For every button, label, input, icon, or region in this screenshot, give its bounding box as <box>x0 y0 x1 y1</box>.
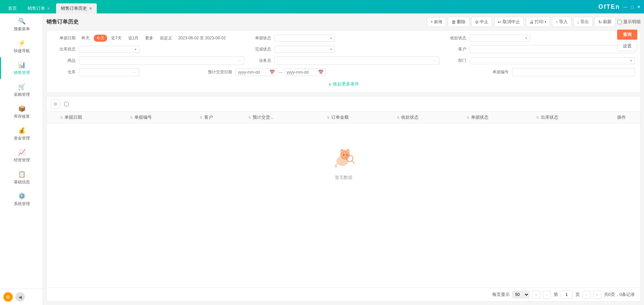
select-all-checkbox[interactable] <box>64 102 69 106</box>
complete-status-select[interactable]: ▾ <box>274 46 335 53</box>
pagination: 每页显示 50 10 20 100 « ‹ 第 页 › » 共0页，0条记录 <box>47 288 640 301</box>
dept-select[interactable]: ▾ <box>470 57 635 64</box>
next-page-btn[interactable]: › <box>583 291 591 299</box>
query-button[interactable]: 查询 <box>617 30 637 40</box>
receipt-status-select[interactable]: ▾ <box>470 35 530 42</box>
ops-mgmt-icon: 📈 <box>18 149 26 156</box>
page-label-end: 页 <box>575 292 580 298</box>
sort-receipt-icon: ⇅ <box>397 116 399 119</box>
data-table: ⇅ 单据日期 ⇅ 单据编号 ⇅ 客户 <box>47 112 640 123</box>
stop-button[interactable]: ⊘ 中止 <box>471 17 492 27</box>
complete-status-arrow-icon: ▾ <box>330 47 332 51</box>
page-header: 销售订单历史 + 新增 🗑 删除 ⊘ 中止 ↩ 取消中止 🖨 打印 <box>46 17 641 27</box>
tab-sales-order[interactable]: 销售订单 ✕ <box>23 3 55 13</box>
sidebar-item-purchase-mgmt[interactable]: 🛒 采购管理 <box>0 79 43 101</box>
goods-label: 商品 <box>52 58 76 64</box>
tab-home[interactable]: 首页 <box>3 3 22 13</box>
window-maximize[interactable]: □ <box>631 4 634 9</box>
window-minimize[interactable]: — <box>623 4 628 9</box>
import-button[interactable]: ↑ 导入 <box>552 17 571 27</box>
table-container: ⚙ ⇅ 单据日期 ⇅ 单 <box>46 96 641 302</box>
main-layout: 🔍 搜索菜单 ⚡ 快捷导航 📊 销售管理 🛒 采购管理 📦 库存核算 💰 资金管… <box>0 13 644 305</box>
sidebar-item-sales-mgmt[interactable]: 📊 销售管理 <box>0 57 43 79</box>
sidebar-item-finance-mgmt[interactable]: 💰 资金管理 <box>0 123 43 145</box>
col-delivery[interactable]: ⇅ 预计交货... <box>245 112 324 123</box>
col-order-status[interactable]: ⇅ 单据状态 <box>463 112 533 123</box>
cancel-stop-icon: ↩ <box>498 20 502 25</box>
sort-delivery-icon: ⇅ <box>248 116 251 119</box>
sidebar-item-sys-mgmt[interactable]: ⚙️ 系统管理 <box>0 188 43 210</box>
date-pill-yesterday[interactable]: 昨天 <box>79 35 92 42</box>
cancel-stop-button[interactable]: ↩ 取消中止 <box>494 17 524 27</box>
date-pill-today[interactable]: 今天 <box>94 35 107 42</box>
page-input[interactable] <box>561 291 573 299</box>
query-settings-button[interactable]: 设置 <box>617 41 637 51</box>
order-status-value: ▾ <box>274 35 440 42</box>
sidebar-item-base-info[interactable]: 📋 基础信息 <box>0 166 43 188</box>
out-status-label: 出库状态 <box>52 46 76 52</box>
search-menu-icon: 🔍 <box>18 17 26 25</box>
table-settings-btn[interactable]: ⚙ <box>51 99 60 109</box>
tab-sales-order-history[interactable]: 销售订单历史 ✕ <box>56 3 97 13</box>
order-no-input[interactable] <box>512 68 635 76</box>
table-scroll-area[interactable]: ⇅ 单据日期 ⇅ 单据编号 ⇅ 客户 <box>47 112 640 288</box>
out-status-select[interactable]: ▾ <box>79 46 139 53</box>
sidebar-item-label-search-menu: 搜索菜单 <box>14 26 30 32</box>
salesperson-input[interactable]: ··· <box>274 56 440 65</box>
goods-input[interactable]: ··· <box>79 56 244 65</box>
last-page-btn[interactable]: » <box>593 291 601 299</box>
date-pill-custom[interactable]: 自定义 <box>157 35 175 42</box>
receipt-status-label: 收款状态 <box>443 35 466 41</box>
salesperson-label: 业务员 <box>248 58 271 64</box>
refresh-button[interactable]: ↻ 刷新 <box>595 17 615 27</box>
sales-mgmt-icon: 📊 <box>18 61 26 69</box>
sidebar-item-inventory-mgmt[interactable]: 📦 库存核算 <box>0 101 43 123</box>
sidebar-collapse-btn[interactable]: ◀ <box>15 292 25 302</box>
col-out-status[interactable]: ⇅ 出库状态 <box>533 112 603 123</box>
dept-arrow-icon: ▾ <box>630 59 632 63</box>
date-pill-more[interactable]: 更多 <box>142 35 156 42</box>
sidebar-item-quick-nav[interactable]: ⚡ 快捷导航 <box>0 35 43 57</box>
order-status-select[interactable]: ▾ <box>274 35 335 42</box>
filter-row-1: 单据日期 昨天 今天 近7天 近1月 更多 自定义 2023-06-02 至 2… <box>52 35 635 42</box>
calendar-to-icon: 📅 <box>318 70 324 75</box>
col-no[interactable]: ⇅ 单据编号 <box>127 112 197 123</box>
customer-input[interactable]: ··· <box>470 45 635 53</box>
sidebar-item-ops-mgmt[interactable]: 📈 经营管理 <box>0 145 43 166</box>
col-amount[interactable]: ⇅ 订单金额 <box>324 112 393 123</box>
page-size-select[interactable]: 50 10 20 100 <box>512 291 529 298</box>
sort-out-status-icon: ⇅ <box>536 116 539 119</box>
col-checkbox <box>47 112 57 123</box>
col-receipt-status[interactable]: ⇅ 收款状态 <box>393 112 463 123</box>
print-button[interactable]: 🖨 打印 ▾ <box>526 17 550 27</box>
order-no-label: 单据编号 <box>485 69 509 75</box>
close-tab-sales-order[interactable]: ✕ <box>47 6 50 11</box>
collapse-row: ∧ 收起更多条件 <box>52 80 635 88</box>
date-pill-1month[interactable]: 近1月 <box>126 35 141 42</box>
sidebar-item-label-sys-mgmt: 系统管理 <box>14 201 30 207</box>
close-tab-sales-order-history[interactable]: ✕ <box>89 6 92 11</box>
svg-line-9 <box>352 161 354 163</box>
page-label: 第 <box>554 292 558 298</box>
first-page-btn[interactable]: « <box>532 291 540 299</box>
delivery-date-from-input[interactable]: 📅 <box>235 68 277 76</box>
col-date[interactable]: ⇅ 单据日期 <box>57 112 127 123</box>
prev-page-btn[interactable]: ‹ <box>543 291 551 299</box>
display-detail-checkbox[interactable] <box>617 20 622 24</box>
sidebar-item-search-menu[interactable]: 🔍 搜索菜单 <box>0 13 43 35</box>
new-button[interactable]: + 新增 <box>427 17 446 27</box>
col-customer[interactable]: ⇅ 客户 <box>196 112 245 123</box>
delete-button[interactable]: 🗑 删除 <box>448 17 469 27</box>
sidebar: 🔍 搜索菜单 ⚡ 快捷导航 📊 销售管理 🛒 采购管理 📦 库存核算 💰 资金管… <box>0 13 43 305</box>
sidebar-settings-btn[interactable]: ⚙ <box>3 292 13 302</box>
delivery-date-to-input[interactable]: 📅 <box>284 68 326 76</box>
collapse-btn[interactable]: ∧ 收起更多条件 <box>327 80 360 88</box>
display-detail-toggle[interactable]: 显示明细 <box>617 19 641 25</box>
svg-point-5 <box>347 150 349 152</box>
export-button[interactable]: ↓ 导出 <box>573 17 593 27</box>
inventory-mgmt-icon: 📦 <box>18 105 26 112</box>
date-pill-7days[interactable]: 近7天 <box>109 35 124 42</box>
purchase-mgmt-icon: 🛒 <box>18 83 26 90</box>
warehouse-input[interactable]: ··· <box>79 68 139 76</box>
window-close[interactable]: ✕ <box>637 4 641 9</box>
